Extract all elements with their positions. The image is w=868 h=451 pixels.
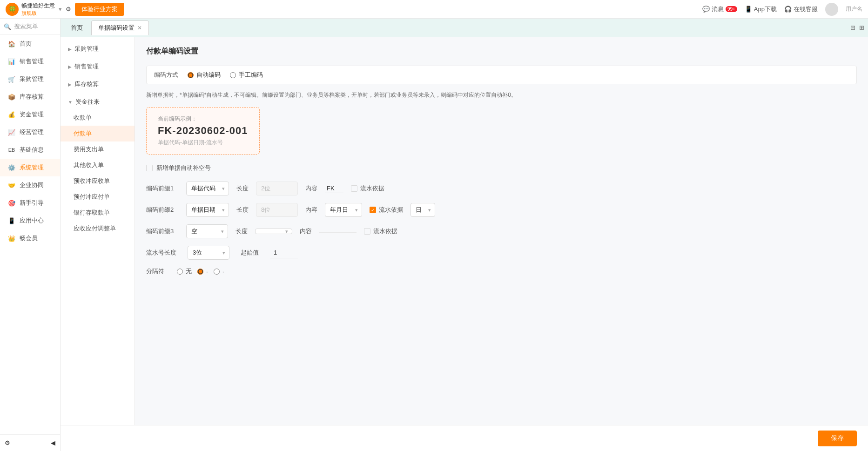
sidebar-bottom: ⚙ ◀ xyxy=(0,434,60,451)
enterprise-icon: 🤝 xyxy=(7,181,16,189)
member-icon: 👑 xyxy=(7,234,16,242)
sub-item-adjustment[interactable]: 应收应付调整单 xyxy=(61,221,135,236)
topbar-left: 🍀 畅捷通好生意 旗舰版 ▾ ⚙ 体验行业方案 xyxy=(6,2,124,17)
code-preview-value: FK-20230602-001 xyxy=(158,125,248,137)
sub-group-sales-title[interactable]: ▶ 销售管理 xyxy=(61,59,135,74)
length-2-value: 8位 xyxy=(256,203,298,217)
sidebar-item-member[interactable]: 👑 畅会员 xyxy=(0,229,60,247)
sidebar-item-home[interactable]: 🏠 首页 xyxy=(0,35,60,53)
finance-icon: 💰 xyxy=(7,110,16,119)
search-icon: 🔍 xyxy=(4,23,11,30)
prefix-2-label: 编码前缀2 xyxy=(146,206,179,214)
save-button[interactable]: 保存 xyxy=(818,431,857,446)
sidebar-item-finance[interactable]: 💰 资金管理 xyxy=(0,106,60,123)
online-service-button[interactable]: 🎧 在线客服 xyxy=(784,5,818,13)
sidebar-item-newguide[interactable]: 🎯 新手引导 xyxy=(0,194,60,212)
tab-close-icon[interactable]: ✕ xyxy=(137,25,142,31)
search-menu-button[interactable]: 🔍 搜索菜单 xyxy=(0,19,60,35)
message-icon: 💬 xyxy=(702,6,710,13)
length-3-label: 长度 xyxy=(236,227,248,236)
start-value-label: 起始值 xyxy=(241,249,259,257)
sidebar-item-sales[interactable]: 📊 销售管理 xyxy=(0,53,60,70)
sidebar-item-management[interactable]: 📈 经营管理 xyxy=(0,123,60,141)
collapse-icon[interactable]: ◀ xyxy=(51,439,55,446)
sidebar-item-purchase[interactable]: 🛒 采购管理 xyxy=(0,70,60,88)
stream-number-row: 流水号长度 3位 起始值 1 xyxy=(146,246,857,260)
tab-coding-settings[interactable]: 单据编码设置 ✕ xyxy=(91,20,149,35)
settings-bottom-icon[interactable]: ⚙ xyxy=(5,439,10,446)
dropdown-arrow-icon[interactable]: ▾ xyxy=(59,6,62,13)
minimize-icon[interactable]: ⊟ xyxy=(850,24,855,31)
sep-dash-option[interactable]: · xyxy=(214,268,224,275)
basic-icon: EB xyxy=(7,146,16,154)
headset-icon: 🎧 xyxy=(784,6,792,13)
tab-home[interactable]: 首页 xyxy=(64,21,89,35)
stream-option-2-select[interactable]: 日 xyxy=(410,203,435,217)
sep-none-option[interactable]: 无 xyxy=(177,267,192,276)
content-3-value xyxy=(319,230,357,233)
expand-icon[interactable]: ⊞ xyxy=(859,24,864,31)
tab-coding-label: 单据编码设置 xyxy=(98,24,135,32)
sub-item-advance-payable[interactable]: 预付冲应付单 xyxy=(61,189,135,205)
prefix-3-select[interactable]: 空 xyxy=(186,224,228,238)
settings-icon[interactable]: ⚙ xyxy=(66,6,71,13)
sidebar-item-system[interactable]: ⚙️ 系统管理 xyxy=(0,159,60,176)
stream-checkbox-3[interactable] xyxy=(364,228,370,235)
manual-code-option[interactable]: 手工编码 xyxy=(230,71,263,79)
prefix-1-select[interactable]: 单据代码 xyxy=(186,182,229,195)
prefix-2-select[interactable]: 单据日期 xyxy=(186,203,229,217)
sub-group-purchase-title[interactable]: ▶ 采购管理 xyxy=(61,41,135,57)
logo: 🍀 畅捷通好生意 旗舰版 xyxy=(6,2,55,17)
sidebar: 🔍 搜索菜单 🏠 首页 📊 销售管理 🛒 采购管理 📦 库存核算 💰 xyxy=(0,19,61,451)
stream-number-label: 流水号长度 xyxy=(146,249,176,257)
sidebar-item-basic[interactable]: EB 基础信息 xyxy=(0,141,60,159)
message-button[interactable]: 💬 消息 99+ xyxy=(702,5,737,13)
industry-solution-button[interactable]: 体验行业方案 xyxy=(75,3,124,16)
start-value-input[interactable]: 1 xyxy=(270,247,298,258)
stream-label-1: 流水依据 xyxy=(360,184,384,193)
sidebar-item-apps[interactable]: 📱 应用中心 xyxy=(0,212,60,229)
content-1-label: 内容 xyxy=(305,184,317,193)
manual-code-radio[interactable] xyxy=(230,72,236,78)
sub-item-receipt[interactable]: 收款单 xyxy=(61,110,135,126)
sub-item-bank-deposit[interactable]: 银行存取款单 xyxy=(61,205,135,221)
user-avatar[interactable] xyxy=(825,3,838,16)
tabs-right-controls: ⊟ ⊞ xyxy=(850,24,864,31)
sub-group-inventory-title[interactable]: ▶ 库存核算 xyxy=(61,76,135,92)
stream-checkbox-1[interactable] xyxy=(351,185,357,192)
separator-options: 无 · · xyxy=(177,267,224,276)
info-text: 新增单据时，*单据编码*自动生成，不可编辑。前缀设置为部门、业务员等档案类，开单… xyxy=(146,91,857,100)
management-icon: 📈 xyxy=(7,128,16,136)
content-1-value: FK xyxy=(325,184,343,193)
stream-label-2: 流水依据 xyxy=(379,206,403,214)
sub-item-expense[interactable]: 费用支出单 xyxy=(61,141,135,157)
auto-code-radio[interactable] xyxy=(188,72,194,78)
purchase-icon: 🛒 xyxy=(7,75,16,83)
sidebar-item-enterprise[interactable]: 🤝 企业协同 xyxy=(0,176,60,194)
sep-dot-option[interactable]: · xyxy=(197,268,208,275)
length-1-value: 2位 xyxy=(256,182,298,195)
arrow-right-icon: ▶ xyxy=(68,47,72,52)
sub-group-capital-items: 收款单 付款单 费用支出单 其他收入单 预收冲应收单 预付冲应付单 银行存取款单… xyxy=(61,110,135,236)
length-3-select[interactable] xyxy=(255,229,292,234)
stream-label-3: 流水依据 xyxy=(373,227,397,236)
stream-checkbox-2[interactable]: ✓ xyxy=(370,207,376,213)
main-layout: 🔍 搜索菜单 🏠 首页 📊 销售管理 🛒 采购管理 📦 库存核算 💰 xyxy=(0,19,868,451)
sep-dash-radio[interactable] xyxy=(214,269,220,275)
apps-icon: 📱 xyxy=(7,216,16,225)
content-2-select[interactable]: 年月日 xyxy=(325,203,362,217)
length-2-label: 长度 xyxy=(236,206,249,214)
sub-item-advance-receivable[interactable]: 预收冲应收单 xyxy=(61,173,135,189)
sub-item-other-income[interactable]: 其他收入单 xyxy=(61,157,135,173)
sub-group-capital-title[interactable]: ▼ 资金往来 xyxy=(61,94,135,110)
topbar: 🍀 畅捷通好生意 旗舰版 ▾ ⚙ 体验行业方案 💬 消息 99+ 📱 App下载… xyxy=(0,0,868,19)
sub-item-payment[interactable]: 付款单 xyxy=(61,126,135,141)
app-download-button[interactable]: 📱 App下载 xyxy=(745,5,777,13)
auto-fill-checkbox[interactable] xyxy=(146,165,153,171)
auto-code-option[interactable]: 自动编码 xyxy=(188,71,221,79)
sep-none-radio[interactable] xyxy=(177,269,183,275)
sep-dot-radio[interactable] xyxy=(197,269,203,275)
stream-number-select[interactable]: 3位 xyxy=(188,246,229,260)
sidebar-item-inventory[interactable]: 📦 库存核算 xyxy=(0,88,60,106)
stream-check-2: ✓ 流水依据 xyxy=(370,206,403,214)
